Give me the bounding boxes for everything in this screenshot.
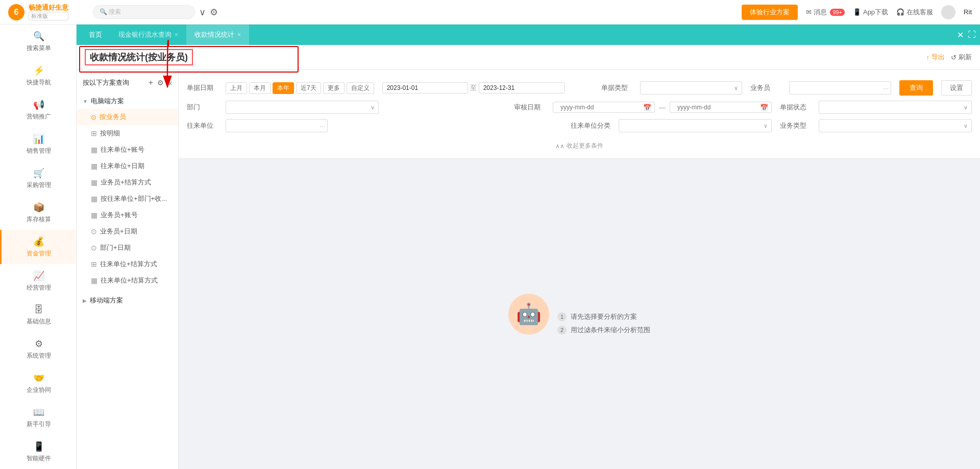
salesperson-label: 业务员 [750, 83, 781, 92]
biz-type-label: 业务类型 [780, 121, 811, 130]
tab-collection-stats[interactable]: 收款情况统计 × [186, 25, 249, 45]
empty-illustration: 🤖 [508, 294, 549, 335]
search-input[interactable]: 🔍 搜索 [93, 5, 195, 19]
tab-collection-label: 收款情况统计 [194, 30, 234, 39]
date-tab-prev-month[interactable]: 上月 [226, 82, 247, 94]
scheme-item-salesperson-date[interactable]: ⊙ 业务员+日期 [77, 223, 178, 240]
partner-more-icon[interactable]: ··· [320, 122, 325, 130]
clock2-icon: ⊙ [91, 244, 97, 252]
scheme-group-header-desktop[interactable]: ▼ 电脑端方案 [77, 93, 178, 109]
date-tab-more[interactable]: 更多 [323, 82, 345, 94]
refresh-icon: ↺ [951, 54, 957, 61]
sidebar-item-system[interactable]: ⚙ 系统管理 [0, 332, 76, 366]
main-area: 首页 现金银行流水查询 × 收款情况统计 × ✕ ⛶ 收款情况统计(按业务员) [77, 25, 980, 469]
sidebar-item-sales[interactable]: 📊 销售管理 [0, 127, 76, 161]
tab-bank-flow-label: 现金银行流水查询 [118, 30, 172, 39]
scheme-collapse-btn[interactable]: « [168, 79, 172, 87]
sidebar-item-inventory[interactable]: 📦 库存核算 [0, 196, 76, 230]
export-btn[interactable]: ↑ 导出 [926, 53, 945, 62]
table5-icon: ▦ [91, 276, 97, 285]
scheme-group-header-mobile[interactable]: ▶ 移动端方案 [77, 293, 178, 308]
sidebar-item-purchase[interactable]: 🛒 采购管理 [0, 161, 76, 196]
date-tab-this-month[interactable]: 本月 [249, 82, 271, 94]
collapse-more-row[interactable]: ∧∧ 收起更多条件 [187, 137, 972, 152]
sidebar-item-search[interactable]: 🔍 搜索菜单 [0, 25, 76, 59]
tip-num-1: 1 [557, 312, 567, 321]
page-title: 收款情况统计(按业务员) [85, 49, 193, 65]
date-tab-custom[interactable]: 自定义 [347, 82, 374, 94]
scheme-item-partner-settlement1[interactable]: ⊞ 往来单位+结算方式 [77, 256, 178, 272]
table2-icon: ▦ [91, 162, 97, 170]
online-service-btn[interactable]: 🎧 在线客服 [896, 8, 933, 17]
nav-dropdown-btn[interactable]: ∨ [199, 7, 206, 18]
filter-settings-btn[interactable]: 设置 [941, 80, 972, 96]
scheme-item-salesperson-settlement[interactable]: ▦ 业务员+结算方式 [77, 174, 178, 191]
salesperson-input[interactable] [792, 82, 883, 94]
scheme-item-partner-dept[interactable]: ▦ 按往来单位+部门+收... [77, 191, 178, 207]
scheme-item-label: 往来单位+结算方式 [101, 276, 158, 285]
sidebar-item-operations[interactable]: 📈 经营管理 [0, 264, 76, 298]
sidebar-item-smart-hw[interactable]: 📱 智能硬件 [0, 435, 76, 469]
date-tab-this-year[interactable]: 本年 [273, 82, 294, 94]
scheme-item-salesperson-account[interactable]: ▦ 业务员+账号 [77, 207, 178, 223]
audit-from-input[interactable] [556, 102, 641, 112]
tab-bank-flow[interactable]: 现金银行流水查询 × [110, 25, 186, 45]
table4-icon: ▦ [91, 211, 97, 219]
scheme-item-partner-account[interactable]: ▦ 往来单位+账号 [77, 142, 178, 158]
date-to-input[interactable] [479, 82, 565, 93]
filter-section: 单据日期 上月 本月 本年 近7天 更多 自定义 至 [179, 70, 980, 159]
trial-btn[interactable]: 体验行业方案 [742, 5, 798, 20]
sidebar-item-basic-info[interactable]: 🗄 基础信息 [0, 298, 76, 332]
audit-to-input[interactable] [673, 102, 758, 112]
salesperson-more-icon[interactable]: ··· [883, 84, 889, 92]
tab-home[interactable]: 首页 [81, 25, 110, 45]
scheme-add-btn[interactable]: + [149, 78, 153, 87]
doc-status-select[interactable] [819, 101, 972, 114]
sidebar-item-guide[interactable]: 📖 新手引导 [0, 401, 76, 435]
biz-type-select[interactable] [819, 119, 972, 132]
page-actions: ↑ 导出 ↺ 刷新 [926, 53, 972, 62]
sidebar-item-finance[interactable]: 💰 资金管理 [0, 230, 76, 264]
tab-collection-close[interactable]: × [237, 31, 241, 38]
date-from-input[interactable] [382, 82, 468, 93]
refresh-btn[interactable]: ↺ 刷新 [951, 53, 972, 62]
sidebar-item-marketing[interactable]: 📢 营销推广 [0, 93, 76, 127]
partner-input[interactable] [228, 120, 320, 132]
header-right: ✉ 消息 99+ 📱 App下载 🎧 在线客服 Rit [806, 5, 972, 19]
sidebar: 🔍 搜索菜单 ⚡ 快捷导航 📢 营销推广 📊 销售管理 🛒 采购管理 📦 库存核… [0, 25, 77, 469]
scheme-item-dept-date[interactable]: ⊙ 部门+日期 [77, 240, 178, 256]
maximize-window-btn[interactable]: ⛶ [968, 30, 976, 39]
scheme-item-detail[interactable]: ⊞ 按明细 [77, 125, 178, 142]
messages-btn[interactable]: ✉ 消息 99+ [806, 8, 845, 17]
scheme-settings-btn[interactable]: ⚙ [157, 79, 164, 87]
sidebar-item-quick-nav[interactable]: ⚡ 快捷导航 [0, 59, 76, 93]
layout: 🔍 搜索菜单 ⚡ 快捷导航 📢 营销推广 📊 销售管理 🛒 采购管理 📦 库存核… [0, 25, 980, 469]
calendar-icon-2[interactable]: 📅 [760, 104, 768, 111]
scheme-item-partner-date[interactable]: ▦ 往来单位+日期 [77, 158, 178, 174]
app-download-btn[interactable]: 📱 App下载 [853, 8, 888, 17]
scheme-item-salesperson[interactable]: ⊙ 按业务员 [77, 109, 178, 125]
dept-select[interactable] [226, 101, 379, 114]
scheme-item-partner-settlement2[interactable]: ▦ 往来单位+结算方式 [77, 272, 178, 289]
scheme-group-mobile: ▶ 移动端方案 [77, 291, 178, 310]
sidebar-item-label: 营销推广 [27, 112, 51, 121]
badge: 99+ [830, 9, 845, 16]
tab-bank-flow-close[interactable]: × [175, 31, 178, 38]
date-separator: 至 [470, 83, 477, 92]
close-window-btn[interactable]: ✕ [957, 30, 964, 40]
date-range-input: 至 [382, 82, 565, 93]
sidebar-item-label: 企业协同 [27, 386, 51, 394]
settings-icon[interactable]: ⚙ [210, 7, 218, 18]
calendar-icon-1[interactable]: 📅 [643, 104, 651, 111]
tip-num-2: 2 [557, 325, 567, 335]
avatar[interactable] [941, 5, 955, 19]
partner-category-select[interactable] [619, 119, 772, 132]
empty-tips: 1 请先选择要分析的方案 2 用过滤条件来缩小分析范围 [557, 312, 650, 335]
scheme-item-label: 往来单位+结算方式 [100, 260, 157, 269]
edition-label: 标准版 [29, 12, 68, 20]
query-btn[interactable]: 查询 [899, 80, 933, 96]
scheme-item-label: 往来单位+日期 [101, 161, 144, 171]
date-tab-7days[interactable]: 近7天 [296, 82, 321, 94]
type-select[interactable] [640, 81, 742, 95]
sidebar-item-enterprise[interactable]: 🤝 企业协同 [0, 366, 76, 401]
